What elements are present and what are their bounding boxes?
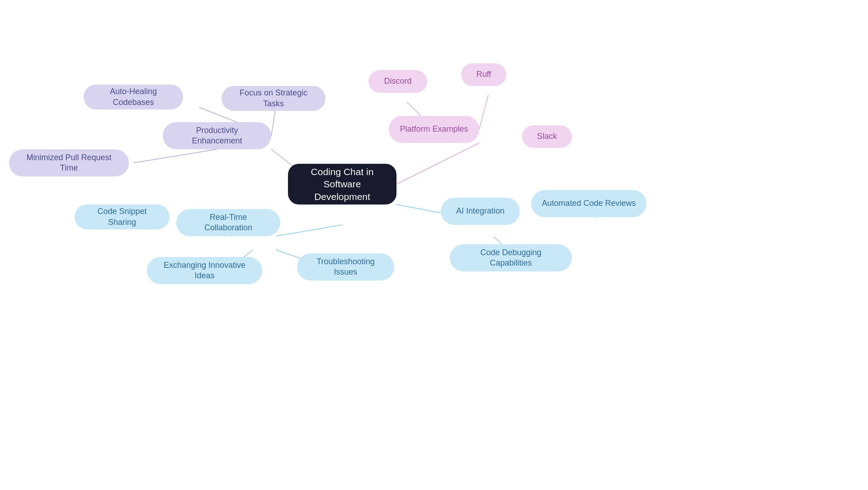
code-debugging-label: Code Debugging Capabilities xyxy=(460,247,562,269)
productivity-label: Productivity Enhancement xyxy=(173,125,261,147)
minimized-pr-node: Minimized Pull Request Time xyxy=(9,149,129,176)
ai-integration-node: AI Integration xyxy=(441,198,520,225)
troubleshooting-node: Troubleshooting Issues xyxy=(297,253,394,281)
minimized-pr-label: Minimized Pull Request Time xyxy=(19,152,119,174)
center-label: Coding Chat in Software Development xyxy=(298,166,387,203)
svg-line-6 xyxy=(133,149,217,163)
focus-strategic-node: Focus on Strategic Tasks xyxy=(222,86,326,111)
discord-label: Discord xyxy=(384,76,411,86)
ai-integration-label: AI Integration xyxy=(456,206,505,216)
svg-line-1 xyxy=(396,143,479,184)
automated-code-reviews-label: Automated Code Reviews xyxy=(542,198,636,209)
troubleshooting-label: Troubleshooting Issues xyxy=(307,257,384,278)
center-node: Coding Chat in Software Development xyxy=(288,164,396,205)
svg-line-8 xyxy=(479,95,488,129)
code-snippet-label: Code Snippet Sharing xyxy=(85,206,160,228)
exchanging-ideas-node: Exchanging Innovative Ideas xyxy=(147,257,262,284)
mind-map-connections xyxy=(0,0,868,490)
platform-examples-node: Platform Examples xyxy=(389,116,479,143)
realtime-collab-label: Real-Time Collaboration xyxy=(186,212,270,233)
svg-line-2 xyxy=(276,225,342,236)
automated-code-reviews-node: Automated Code Reviews xyxy=(531,190,646,217)
exchanging-ideas-label: Exchanging Innovative Ideas xyxy=(157,260,252,281)
auto-healing-node: Auto-Healing Codebases xyxy=(84,85,183,109)
svg-line-5 xyxy=(271,107,276,136)
realtime-collab-node: Real-Time Collaboration xyxy=(176,209,280,236)
slack-node: Slack xyxy=(522,125,572,148)
ruff-label: Ruff xyxy=(476,69,491,80)
slack-label: Slack xyxy=(537,131,557,142)
ruff-node: Ruff xyxy=(461,63,506,86)
productivity-node: Productivity Enhancement xyxy=(163,122,271,149)
auto-healing-label: Auto-Healing Codebases xyxy=(94,86,173,108)
code-debugging-node: Code Debugging Capabilities xyxy=(450,244,572,271)
platform-examples-label: Platform Examples xyxy=(400,124,468,134)
discord-node: Discord xyxy=(368,70,427,93)
code-snippet-node: Code Snippet Sharing xyxy=(75,205,170,229)
focus-strategic-label: Focus on Strategic Tasks xyxy=(231,88,316,109)
